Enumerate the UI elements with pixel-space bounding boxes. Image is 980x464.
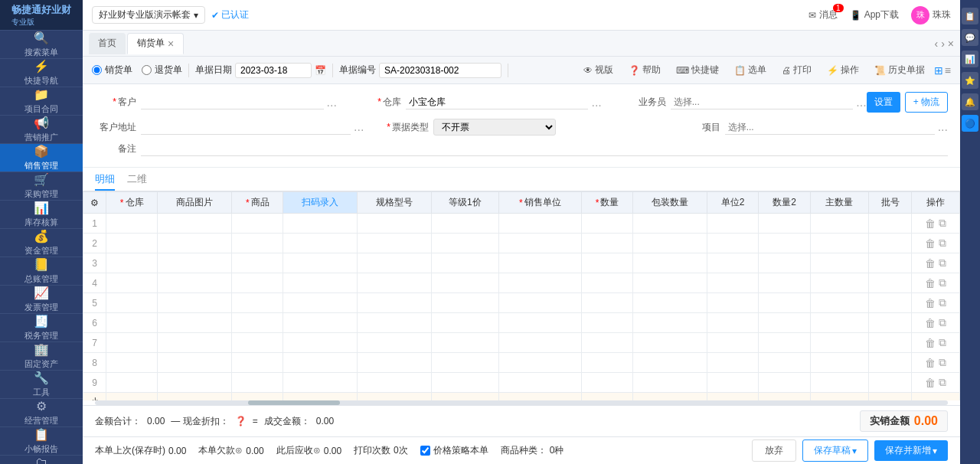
- sidebar-item-projects[interactable]: 📁 项目合同: [0, 87, 83, 116]
- row-8-scan[interactable]: [283, 353, 358, 373]
- sidebar-item-basic[interactable]: 🗂 基础信息: [0, 456, 83, 464]
- right-sidebar-btn-5[interactable]: 🔔: [962, 93, 978, 110]
- sidebar-item-accounts[interactable]: 📒 总账管理: [0, 257, 83, 286]
- row-2-product[interactable]: [232, 234, 283, 253]
- row-6-copy-icon[interactable]: ⧉: [939, 316, 946, 329]
- warehouse-input[interactable]: [406, 95, 589, 109]
- row-4-pkg-qty[interactable]: [633, 273, 707, 293]
- row-6-main-qty[interactable]: [810, 313, 868, 333]
- row-9-unit[interactable]: [498, 373, 581, 393]
- row-8-image[interactable]: [158, 353, 232, 373]
- row-8-unit[interactable]: [498, 353, 581, 373]
- row-3-product[interactable]: [232, 253, 283, 273]
- row-2-batch[interactable]: [869, 234, 912, 253]
- row-9-main-qty[interactable]: [810, 373, 868, 393]
- row-8-pkg-qty[interactable]: [633, 353, 707, 373]
- address-dots-btn[interactable]: ...: [351, 120, 364, 134]
- row-1-price1[interactable]: [431, 214, 498, 234]
- row-1-unit2[interactable]: [707, 214, 758, 234]
- toolbar-history-btn[interactable]: 📜 历史单据: [868, 61, 931, 79]
- row-5-copy-icon[interactable]: ⧉: [939, 296, 946, 309]
- warehouse-dots-btn[interactable]: ...: [588, 96, 601, 109]
- row-9-spec[interactable]: [358, 373, 432, 393]
- sidebar-item-reports2[interactable]: 📋 小畅报告: [0, 427, 83, 456]
- row-4-quantity[interactable]: [581, 273, 632, 293]
- row-3-unit2[interactable]: [707, 253, 758, 273]
- close-all-icon[interactable]: ×: [948, 38, 954, 50]
- row-2-delete-icon[interactable]: 🗑: [925, 237, 936, 250]
- row-1-main-qty[interactable]: [810, 214, 868, 234]
- row-7-unit[interactable]: [498, 333, 581, 353]
- salesperson-dots-btn[interactable]: ...: [853, 96, 866, 109]
- row-6-quantity[interactable]: [581, 313, 632, 333]
- row-9-batch[interactable]: [869, 373, 912, 393]
- set-btn[interactable]: 设置: [867, 92, 900, 113]
- row-5-image[interactable]: [158, 293, 232, 313]
- row-6-price1[interactable]: [431, 313, 498, 333]
- customer-dots-btn[interactable]: ...: [324, 96, 337, 109]
- row-8-main-qty[interactable]: [810, 353, 868, 373]
- row-3-copy-icon[interactable]: ⧉: [939, 257, 946, 270]
- row-3-image[interactable]: [158, 253, 232, 273]
- row-7-delete-icon[interactable]: 🗑: [925, 337, 936, 349]
- row-9-copy-icon[interactable]: ⧉: [939, 376, 946, 389]
- help-circle-icon[interactable]: ❓: [235, 416, 247, 426]
- address-input[interactable]: [141, 120, 351, 135]
- row-1-pkg-qty[interactable]: [633, 214, 707, 234]
- row-9-unit2[interactable]: [707, 373, 758, 393]
- doc-type-sales-radio[interactable]: [92, 65, 102, 75]
- row-2-price1[interactable]: [431, 234, 498, 253]
- row-1-image[interactable]: [158, 214, 232, 234]
- row-9-delete-icon[interactable]: 🗑: [925, 377, 936, 389]
- tab-close-icon[interactable]: ×: [168, 38, 174, 50]
- sidebar-item-quicknav[interactable]: ⚡ 快捷导航: [0, 59, 83, 87]
- row-5-product[interactable]: [232, 293, 283, 313]
- row-6-image[interactable]: [158, 313, 232, 333]
- row-6-scan[interactable]: [283, 313, 358, 333]
- save-draft-dropdown-icon[interactable]: ▾: [852, 446, 857, 456]
- row-4-main-qty[interactable]: [810, 273, 868, 293]
- row-1-copy-icon[interactable]: ⧉: [939, 217, 946, 230]
- doc-num-input[interactable]: [379, 63, 501, 78]
- row-8-qty2[interactable]: [759, 353, 810, 373]
- sidebar-item-tax[interactable]: 🧾 税务管理: [0, 314, 83, 342]
- sidebar-item-search[interactable]: 🔍 搜索菜单: [0, 31, 83, 59]
- sidebar-item-operations[interactable]: ⚙ 经营管理: [0, 399, 83, 427]
- row-6-product[interactable]: [232, 313, 283, 333]
- right-sidebar-btn-6[interactable]: 🔵: [962, 115, 978, 132]
- row-8-price1[interactable]: [431, 353, 498, 373]
- row-3-qty2[interactable]: [759, 253, 810, 273]
- toolbar-shortcut-btn[interactable]: ⌨ 快捷键: [670, 61, 725, 79]
- row-8-product[interactable]: [232, 353, 283, 373]
- row-4-price1[interactable]: [431, 273, 498, 293]
- project-dots-btn[interactable]: ...: [935, 120, 948, 134]
- row-8-spec[interactable]: [358, 353, 432, 373]
- row-8-warehouse[interactable]: [106, 353, 158, 373]
- row-9-price1[interactable]: [431, 373, 498, 393]
- salesperson-input[interactable]: [671, 95, 854, 109]
- row-1-qty2[interactable]: [759, 214, 810, 234]
- sidebar-item-sales[interactable]: 📦 销售管理: [0, 144, 83, 172]
- row-7-warehouse[interactable]: [106, 333, 158, 353]
- row-9-quantity[interactable]: [581, 373, 632, 393]
- row-1-delete-icon[interactable]: 🗑: [925, 217, 936, 230]
- row-3-price1[interactable]: [431, 253, 498, 273]
- sidebar-item-purchase[interactable]: 🛒 采购管理: [0, 172, 83, 201]
- row-9-warehouse[interactable]: [106, 373, 158, 393]
- toolbar-view-btn[interactable]: 👁 视版: [577, 61, 619, 79]
- row-1-warehouse[interactable]: [106, 214, 158, 234]
- right-sidebar-btn-2[interactable]: 💬: [962, 29, 978, 46]
- doc-type-return[interactable]: 退货单: [142, 64, 182, 77]
- row-1-batch[interactable]: [869, 214, 912, 234]
- sidebar-item-tools[interactable]: 🔧 工具: [0, 371, 83, 399]
- row-8-quantity[interactable]: [581, 353, 632, 373]
- row-5-unit2[interactable]: [707, 293, 758, 313]
- row-4-batch[interactable]: [869, 273, 912, 293]
- row-3-warehouse[interactable]: [106, 253, 158, 273]
- right-sidebar-btn-1[interactable]: 📋: [962, 8, 978, 25]
- row-7-price1[interactable]: [431, 333, 498, 353]
- row-3-batch[interactable]: [869, 253, 912, 273]
- tab-nav[interactable]: ‹ › ×: [934, 38, 954, 50]
- price-policy-checkbox-label[interactable]: 价格策略本单: [420, 444, 488, 457]
- row-1-unit[interactable]: [498, 214, 581, 234]
